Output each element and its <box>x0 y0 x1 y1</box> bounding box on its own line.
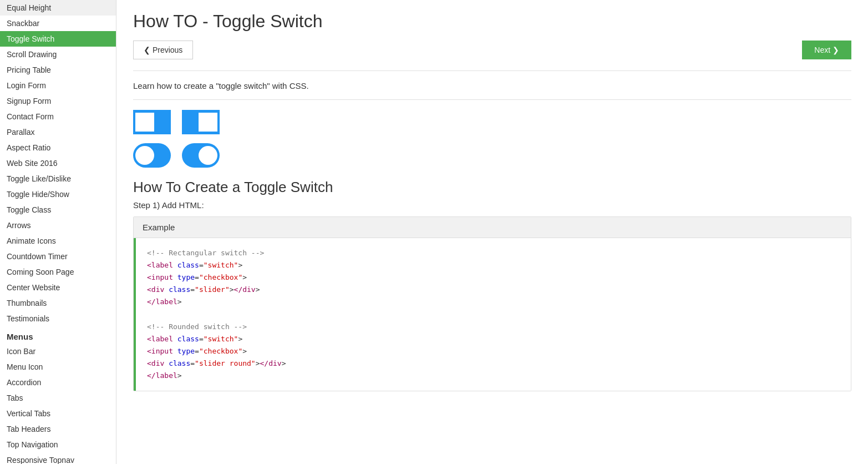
next-button[interactable]: Next ❯ <box>802 41 851 59</box>
sidebar-menu-item[interactable]: Responsive Topnav <box>0 452 116 464</box>
sidebar-item[interactable]: Scroll Drawing <box>0 47 116 62</box>
toggle-rect-off[interactable] <box>182 110 220 134</box>
sidebar-item[interactable]: Coming Soon Page <box>0 264 116 280</box>
toggle-rect-on[interactable] <box>133 110 171 134</box>
sidebar-item[interactable]: Testimonials <box>0 311 116 326</box>
sidebar-item[interactable]: Contact Form <box>0 109 116 124</box>
step1-label: Step 1) Add HTML: <box>133 200 851 210</box>
sidebar-menu-item[interactable]: Top Navigation <box>0 437 116 452</box>
main-content: How TO - Toggle Switch ❮ Previous Next ❯… <box>116 0 868 464</box>
sidebar-item[interactable]: Toggle Like/Dislike <box>0 171 116 186</box>
code-line: <!-- Rounded switch --> <box>147 321 840 333</box>
sidebar-item[interactable]: Snackbar <box>0 16 116 31</box>
code-line <box>147 308 840 320</box>
sidebar-item[interactable]: Arrows <box>0 218 116 233</box>
description-text: Learn how to create a "toggle switch" wi… <box>133 81 851 90</box>
example-header: Example <box>134 217 851 238</box>
toggle-round-off[interactable] <box>182 143 220 168</box>
toggle-row-rect <box>133 110 851 134</box>
code-line: <div class="slider round"></div> <box>147 357 840 370</box>
sidebar-item[interactable]: Web Site 2016 <box>0 155 116 171</box>
code-line: <input type="checkbox"> <box>147 345 840 357</box>
sidebar: Equal HeightSnackbarToggle SwitchScroll … <box>0 0 116 464</box>
divider-1 <box>133 70 851 71</box>
code-line: <label class="switch"> <box>147 333 840 345</box>
nav-buttons: ❮ Previous Next ❯ <box>133 41 851 59</box>
sidebar-item[interactable]: Aspect Ratio <box>0 140 116 155</box>
code-line: <div class="slider"></div> <box>147 284 840 296</box>
sidebar-menu-item[interactable]: Tab Headers <box>0 421 116 437</box>
divider-2 <box>133 99 851 100</box>
toggle-demos <box>133 110 851 168</box>
sidebar-item[interactable]: Login Form <box>0 78 116 93</box>
code-line: <!-- Rectangular switch --> <box>147 247 840 259</box>
example-body: <!-- Rectangular switch --><label class=… <box>134 238 851 391</box>
sidebar-menu-item[interactable]: Accordion <box>0 375 116 390</box>
sidebar-item[interactable]: Toggle Hide/Show <box>0 186 116 202</box>
sidebar-item[interactable]: Animate Icons <box>0 233 116 249</box>
toggle-row-round <box>133 143 851 168</box>
prev-button[interactable]: ❮ Previous <box>133 41 193 59</box>
code-line: </label> <box>147 370 840 382</box>
sidebar-item[interactable]: Signup Form <box>0 93 116 109</box>
menus-section-label: Menus <box>0 326 116 344</box>
how-to-title: How To Create a Toggle Switch <box>133 179 851 196</box>
sidebar-item[interactable]: Center Website <box>0 280 116 295</box>
sidebar-item[interactable]: Toggle Switch <box>0 31 116 47</box>
sidebar-item[interactable]: Equal Height <box>0 0 116 16</box>
sidebar-item[interactable]: Thumbnails <box>0 295 116 311</box>
sidebar-item[interactable]: Pricing Table <box>0 62 116 78</box>
code-line: <input type="checkbox"> <box>147 271 840 284</box>
sidebar-item[interactable]: Toggle Class <box>0 202 116 218</box>
sidebar-menu-item[interactable]: Icon Bar <box>0 344 116 359</box>
sidebar-item[interactable]: Countdown Timer <box>0 249 116 264</box>
example-box: Example <!-- Rectangular switch --><labe… <box>133 216 851 391</box>
sidebar-menu-item[interactable]: Menu Icon <box>0 359 116 375</box>
page-title: How TO - Toggle Switch <box>133 11 851 32</box>
sidebar-menu-item[interactable]: Vertical Tabs <box>0 406 116 421</box>
code-line: </label> <box>147 296 840 308</box>
sidebar-menu-item[interactable]: Tabs <box>0 390 116 406</box>
toggle-round-on[interactable] <box>133 143 171 168</box>
code-line: <label class="switch"> <box>147 259 840 271</box>
sidebar-item[interactable]: Parallax <box>0 124 116 140</box>
